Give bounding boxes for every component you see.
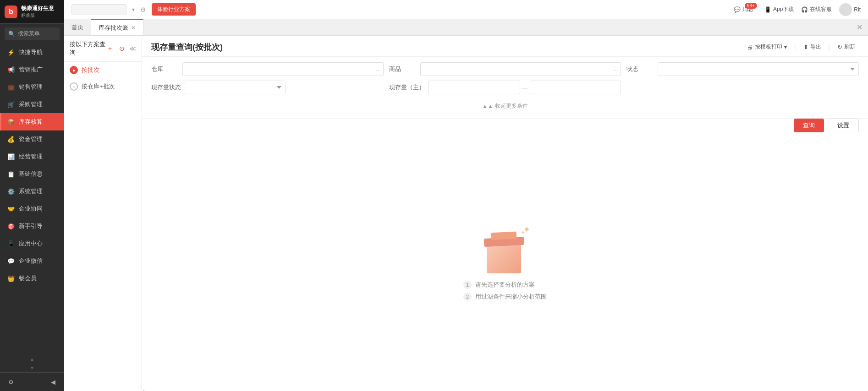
goods-field: 商品 … [389, 62, 621, 76]
sidebar-item-appstore[interactable]: 📱 应用中心 [0, 235, 64, 252]
enterprise-icon: 🤝 [7, 205, 15, 213]
batch-item-icon: ● [70, 66, 78, 74]
add-scheme-icon[interactable]: ＋ [105, 44, 115, 53]
sidebar-item-label: 库存核算 [19, 118, 43, 126]
refresh-button[interactable]: ↻ 刷新 [834, 41, 859, 53]
collapse-more-label: 收起更多条件 [495, 102, 528, 110]
action-buttons-area: 查询 设置 [142, 119, 868, 136]
sidebar-item-label: 企业协同 [19, 205, 43, 213]
sidebar-item-finance[interactable]: 💰 资金管理 [0, 130, 64, 148]
tab-home-label: 首页 [71, 23, 83, 32]
tab-home[interactable]: 首页 [64, 19, 91, 35]
sidebar-item-label: 新手引导 [19, 222, 43, 230]
sidebar-item-quick-nav[interactable]: ⚡ 快捷导航 [0, 43, 64, 61]
collapse-more-button[interactable]: ▲▲ 收起更多条件 [151, 99, 859, 113]
sidebar-item-purchase[interactable]: 🛒 采购管理 [0, 96, 64, 113]
settings-footer-icon[interactable]: ⚙ [5, 376, 16, 387]
top-header: ▾ ⚙ 体验行业方案 💬 消息 99+ 📱 App下载 🎧 在线客服 Rit [64, 0, 868, 19]
settings-button[interactable]: 设置 [828, 119, 859, 132]
tip-text-1: 请先选择要分析的方案 [475, 281, 535, 289]
sales-icon: 💼 [7, 83, 15, 91]
header-search-input[interactable] [71, 4, 126, 15]
empty-tip-2: 2 用过滤条件来缩小分析范围 [463, 293, 547, 301]
sidebar-item-member[interactable]: 👑 畅会员 [0, 270, 64, 287]
tab-batch-account-label: 库存批次账 [99, 24, 128, 32]
status-label: 状态 [626, 65, 654, 73]
sidebar-item-label: 经营管理 [19, 152, 43, 161]
page-content: 按以下方案查询 ＋ ⊙ ≪ ● 按批次 ○ 按仓库+批次 现存量查询 [64, 36, 868, 391]
message-action[interactable]: 💬 消息 99+ [734, 5, 753, 13]
business-icon: 📊 [7, 152, 15, 161]
tip-text-2: 用过滤条件来缩小分析范围 [475, 293, 547, 301]
message-icon: 💬 [734, 6, 741, 13]
user-avatar [839, 3, 852, 16]
stock-status-label: 现存量状态 [151, 83, 181, 92]
filter-item-by-batch[interactable]: ● 按批次 [64, 62, 142, 78]
app-title-wrap: 畅康通好生意 标准版 [21, 5, 54, 19]
sidebar-item-basic[interactable]: 📋 基础信息 [0, 165, 64, 183]
wechat-icon: 💬 [7, 257, 15, 265]
sidebar-item-sales[interactable]: 💼 销售管理 [0, 78, 64, 96]
sidebar-item-inventory[interactable]: 📦 库存核算 [0, 113, 64, 130]
sidebar-item-label: 应用中心 [19, 239, 43, 248]
stock-status-select-wrap [185, 81, 384, 94]
sidebar-item-newcomer[interactable]: 🎯 新手引导 [0, 217, 64, 235]
sidebar-item-label: 资金管理 [19, 135, 43, 143]
stock-range-field: 现存量（主） — [389, 81, 621, 94]
warehouse-input-wrap: … [182, 62, 384, 76]
collapse-panel-icon[interactable]: ≪ [129, 45, 136, 52]
user-action[interactable]: Rit [839, 3, 861, 16]
export-label: 导出 [810, 43, 821, 51]
filter-item-by-warehouse-batch[interactable]: ○ 按仓库+批次 [64, 78, 142, 95]
goods-input[interactable] [420, 62, 621, 76]
content-wrapper: 现存量查询(按批次) 🖨 按模板打印 ▾ | ⬆ 导出 | [142, 36, 868, 391]
tab-close-icon[interactable]: ✕ [131, 25, 136, 31]
customer-service-label: 在线客服 [810, 5, 832, 13]
print-button[interactable]: 🖨 按模板打印 ▾ [743, 41, 791, 53]
status-select[interactable] [658, 62, 859, 76]
sidebar-item-wechat[interactable]: 💬 企业微信 [0, 252, 64, 270]
try-industry-button[interactable]: 体验行业方案 [152, 3, 196, 16]
warehouse-input[interactable] [182, 62, 384, 76]
title-actions: 🖨 按模板打印 ▾ | ⬆ 导出 | ↻ 刷新 [743, 41, 859, 53]
filter-item-by-warehouse-batch-label: 按仓库+批次 [82, 82, 115, 91]
app-logo: b [5, 5, 17, 18]
goods-label: 商品 [389, 65, 417, 73]
settings-scheme-icon[interactable]: ⊙ [117, 44, 126, 53]
filter-actions: ＋ ⊙ ≪ [105, 44, 136, 53]
tab-batch-account[interactable]: 库存批次账 ✕ [91, 19, 143, 35]
appstore-icon: 📱 [7, 239, 15, 248]
search-menu-button[interactable]: 🔍 搜索菜单 [5, 27, 60, 40]
customer-service-action[interactable]: 🎧 在线客服 [801, 5, 832, 13]
filter-rows: 仓库 … 商品 … [142, 57, 868, 119]
goods-more-icon[interactable]: … [613, 66, 618, 72]
box-body [487, 244, 521, 273]
app-download-label: App下载 [773, 5, 794, 13]
sidebar-item-label: 基础信息 [19, 170, 43, 178]
header-gear-icon[interactable]: ⚙ [140, 6, 146, 13]
header-chevron-icon[interactable]: ▾ [132, 6, 135, 13]
company-name: 畅康通好生意 [21, 5, 54, 12]
warehouse-more-icon[interactable]: … [375, 66, 381, 72]
stock-status-select[interactable] [185, 81, 286, 94]
sidebar-item-system[interactable]: ⚙️ 系统管理 [0, 183, 64, 200]
tip-number-2: 2 [463, 293, 472, 301]
sidebar-item-marketing[interactable]: 📢 营销推广 [0, 61, 64, 78]
empty-tip-1: 1 请先选择要分析的方案 [463, 281, 547, 289]
sidebar-item-enterprise[interactable]: 🤝 企业协同 [0, 200, 64, 217]
stock-range-min[interactable] [429, 81, 520, 94]
sidebar-item-business[interactable]: 📊 经营管理 [0, 148, 64, 165]
print-icon: 🖨 [747, 43, 753, 50]
empty-illustration: ✦ ✦ [478, 223, 533, 273]
tip-number-1: 1 [463, 281, 472, 289]
tab-close-main-icon[interactable]: ✕ [851, 23, 868, 32]
inventory-icon: 📦 [7, 118, 15, 126]
basic-icon: 📋 [7, 170, 15, 178]
app-download-action[interactable]: 📱 App下载 [764, 5, 794, 13]
stock-range-max[interactable] [530, 81, 621, 94]
collapse-sidebar-icon[interactable]: ◀ [48, 376, 59, 387]
empty-state: ✦ ✦ 1 请先选择要分析的方案 2 用过滤条件来缩小分析范围 [142, 136, 868, 391]
query-button[interactable]: 查询 [794, 119, 824, 132]
export-button[interactable]: ⬆ 导出 [800, 41, 825, 53]
main-area: ▾ ⚙ 体验行业方案 💬 消息 99+ 📱 App下载 🎧 在线客服 Rit [64, 0, 868, 391]
